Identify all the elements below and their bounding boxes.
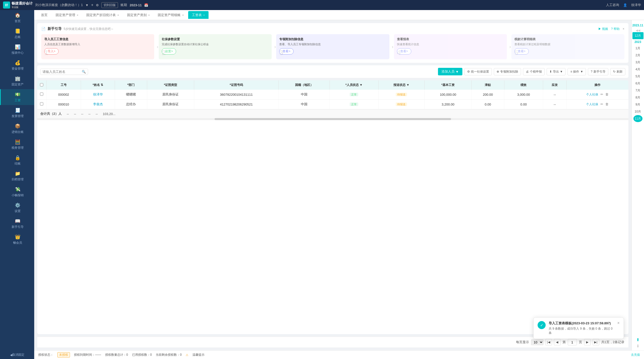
guide-step-2: 社保参数设置 完成社保参数设置自动计算社保公积金 设置> 2: [159, 34, 272, 59]
tab-fixed-category-close[interactable]: ×: [148, 14, 150, 17]
status-filter-icon[interactable]: ▼: [359, 83, 363, 87]
row-basic-salary: 3,200.00: [424, 99, 471, 109]
select-all-checkbox[interactable]: [40, 83, 43, 86]
sidebar-item-tax[interactable]: 🧮 税务管理: [0, 137, 34, 152]
sidebar-item-reports[interactable]: 📊 报表中心: [0, 42, 34, 58]
add-account-btn[interactable]: +: [91, 3, 93, 7]
tab-fixed-detail-close[interactable]: ×: [182, 14, 184, 17]
row-checkbox-0[interactable]: [40, 92, 43, 96]
auth-status-badge: 未授权: [57, 352, 70, 357]
page-last-btn[interactable]: ▶|: [593, 339, 599, 345]
special-deduction-btn[interactable]: ⊕ 专项附加扣除: [494, 68, 521, 75]
sort-icon[interactable]: ⇅: [101, 83, 103, 87]
th-status[interactable]: *人员状态 ▼: [330, 80, 378, 90]
month-4[interactable]: 4月: [632, 66, 643, 73]
sidebar-item-inventory[interactable]: 📦 进销台账: [0, 121, 34, 137]
total-records-label: 共1页，2条记录: [601, 340, 624, 344]
sidebar-item-guide[interactable]: 📖 新手引导: [0, 216, 34, 232]
month-11[interactable]: 11月: [633, 115, 642, 122]
tab-fixed-category[interactable]: 固定资产类别 ×: [123, 11, 153, 19]
month-5[interactable]: 5月: [632, 73, 643, 80]
help-btn[interactable]: ? 帮助: [611, 27, 620, 31]
month-8[interactable]: 8月: [632, 94, 643, 101]
per-page-select[interactable]: 10 20 50: [531, 339, 543, 345]
tax-report-btn[interactable]: 🖨 个税申报: [523, 68, 545, 75]
table-total-label: 合计共（2）人: [40, 112, 62, 116]
th-report-status[interactable]: 报送状态 ▼: [378, 80, 424, 90]
recharge-link[interactable]: 去充值: [631, 353, 640, 357]
export-dropdown-icon: ▼: [560, 70, 563, 73]
social-insurance-btn[interactable]: ⚙ 统一社保设置: [464, 68, 492, 75]
refresh-btn[interactable]: ↻ 刷新: [610, 68, 625, 75]
delete-icon[interactable]: 🗑: [605, 92, 609, 96]
guide-btn2[interactable]: ? 新手引导: [588, 68, 608, 75]
month-12[interactable]: 12月: [632, 32, 643, 39]
panel-icon-1[interactable]: ⬆: [636, 337, 639, 342]
tab-fixed-detail[interactable]: 固定资产明细账 ×: [154, 11, 187, 19]
row-checkbox-1[interactable]: [40, 102, 43, 106]
sidebar-item-archive[interactable]: 📁 归档管理: [0, 168, 34, 184]
tab-depreciation[interactable]: 固定资产折旧统计表 ×: [83, 11, 123, 19]
page-next-btn[interactable]: ▶: [584, 339, 591, 345]
delete-icon[interactable]: 🗑: [605, 102, 609, 106]
month-1[interactable]: 1月: [632, 45, 643, 52]
report-filter-icon[interactable]: ▼: [406, 83, 409, 87]
settings-icon[interactable]: ⚙: [96, 3, 99, 7]
toast-close-btn[interactable]: ×: [617, 321, 620, 325]
cancel-fixed-btn[interactable]: ◀ 取消固定: [0, 351, 34, 359]
sidebar-item-member[interactable]: 👑 畅会员: [0, 232, 34, 247]
video-btn[interactable]: ▶ 视频: [598, 27, 608, 31]
month-6[interactable]: 6月: [632, 80, 643, 87]
sidebar-item-invoice[interactable]: 🧾 发票管理: [0, 105, 34, 121]
tab-fixed-assets-close[interactable]: ×: [77, 14, 78, 17]
account-dropdown-icon[interactable]: ▼: [85, 3, 89, 7]
expand-left-icon[interactable]: ◀◀: [636, 29, 640, 32]
month-3[interactable]: 3月: [632, 59, 643, 66]
username-label[interactable]: 徐泽华: [631, 3, 641, 7]
month-2[interactable]: 2月: [632, 52, 643, 59]
page-number-input[interactable]: [568, 339, 577, 345]
switch-version-btn[interactable]: 切到旧版: [101, 2, 118, 8]
month-7[interactable]: 7月: [632, 87, 643, 94]
tab-fixed-assets[interactable]: 固定资产管理 ×: [52, 11, 82, 19]
row-name-link[interactable]: 李俊杰: [93, 102, 103, 106]
row-name-link[interactable]: 徐泽华: [93, 92, 103, 96]
export-btn[interactable]: ⬇ 导出 ▼: [547, 68, 566, 75]
toast-success-icon: ✓: [538, 321, 546, 329]
tab-depreciation-close[interactable]: ×: [117, 14, 119, 17]
sidebar-item-fixed[interactable]: 🏢 固定资产: [0, 73, 34, 89]
sidebar-item-expense[interactable]: 💸 小畅报销: [0, 184, 34, 200]
th-name[interactable]: *姓名 ⇅: [81, 80, 115, 90]
year-header[interactable]: 2023.11: [632, 22, 643, 29]
horizontal-scrollbar[interactable]: [37, 118, 628, 120]
sidebar-item-home[interactable]: 🏠 首页: [0, 10, 34, 26]
tab-home[interactable]: 首页: [37, 11, 51, 19]
guide-close-btn[interactable]: ×: [623, 27, 624, 31]
guide-step-3-num: 3: [279, 49, 283, 57]
add-person-dropdown-icon[interactable]: ▼: [456, 70, 459, 74]
sidebar-item-ledger[interactable]: 📒 总账: [0, 26, 34, 42]
tab-payroll-close[interactable]: ×: [203, 14, 205, 17]
month-9[interactable]: 9月: [632, 101, 643, 108]
search-input[interactable]: [43, 70, 80, 74]
page-first-btn[interactable]: |◀: [545, 339, 552, 345]
sidebar-item-funds[interactable]: 💰 资金管理: [0, 58, 34, 73]
sidebar-item-settings[interactable]: ⚙️ 设置: [0, 200, 34, 216]
personal-insurance-link[interactable]: 个人社保: [586, 102, 598, 106]
page-prev-btn[interactable]: ◀: [554, 339, 560, 345]
panel-icon-2[interactable]: ⬇: [636, 344, 639, 348]
sidebar-label-guide: 新手引导: [12, 225, 24, 229]
sidebar-item-payroll[interactable]: 💵 工资: [0, 89, 34, 105]
edit-icon[interactable]: ✏: [600, 102, 603, 106]
ai-consult-btn[interactable]: 人工咨询: [606, 3, 619, 7]
operation-btn[interactable]: ≡ 操作 ▼: [568, 68, 586, 75]
edit-icon[interactable]: ✏: [600, 92, 603, 96]
tab-payroll[interactable]: 工资表 ×: [188, 11, 209, 19]
search-icon[interactable]: 🔍: [82, 70, 86, 74]
personal-insurance-link[interactable]: 个人社保: [586, 93, 598, 96]
scrollbar-thumb[interactable]: [215, 118, 451, 120]
add-person-btn[interactable]: 添加人员 ▼: [438, 68, 462, 75]
sidebar-item-close[interactable]: 🔒 结账: [0, 152, 34, 168]
calendar-icon[interactable]: 📅: [144, 3, 148, 7]
month-10[interactable]: 10月: [632, 108, 643, 115]
